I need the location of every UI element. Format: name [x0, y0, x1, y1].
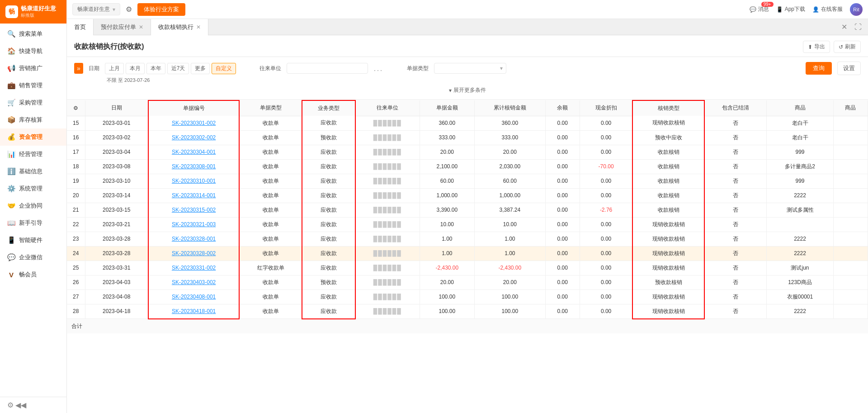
cell-balance: 0.00 — [545, 116, 580, 130]
sidebar-item-quicknav[interactable]: 🏠 快捷导航 — [0, 43, 66, 60]
sidebar-item-wechat[interactable]: 💬 企业微信 — [0, 249, 66, 266]
cell-include-settled: 否 — [704, 232, 767, 246]
cell-slip-no[interactable]: SK-20230314-001 — [148, 188, 239, 203]
filter-bar: » 日期 上月 本月 本年 近7天 更多 自定义 往来单位 ... 单据类型 — [67, 57, 868, 100]
cell-balance: 0.00 — [545, 145, 580, 159]
date-btn-this-year[interactable]: 本年 — [146, 63, 165, 74]
cell-slip-type: 收款单 — [239, 290, 302, 304]
th-settings[interactable]: ⚙ — [67, 100, 85, 116]
sidebar-item-hardware[interactable]: 📱 智能硬件 — [0, 232, 66, 249]
tab-home[interactable]: 首页 — [67, 19, 94, 35]
date-btn-more[interactable]: 更多 — [191, 63, 210, 74]
brand-dropdown-icon[interactable]: ▾ — [113, 6, 115, 13]
gear-icon[interactable]: ⚙ — [124, 3, 134, 15]
counterpart-input[interactable] — [287, 63, 368, 74]
collapse-icon[interactable]: ◀◀ — [15, 401, 26, 409]
tab-collection-close[interactable]: ✕ — [196, 24, 201, 30]
setting-button[interactable]: 设置 — [837, 62, 861, 75]
sidebar-item-sales[interactable]: 💼 销售管理 — [0, 77, 66, 94]
cell-slip-no[interactable]: SK-20230308-001 — [148, 159, 239, 174]
query-button[interactable]: 查询 — [806, 62, 832, 75]
solution-button[interactable]: 体验行业方案 — [137, 3, 185, 16]
cell-slip-no[interactable]: SK-20230328-002 — [148, 246, 239, 261]
th-goods: 商品 — [767, 100, 834, 116]
cell-goods: 123D商品 — [767, 275, 834, 290]
filter-date-btns: 上月 本月 本年 近7天 更多 自定义 — [105, 63, 236, 74]
cell-counterpart: ██████ — [355, 188, 420, 203]
date-label: 日期 — [89, 65, 99, 72]
slip-type-select[interactable] — [434, 63, 506, 74]
counterpart-label: 往来单位 — [259, 65, 281, 72]
cell-slip-no[interactable]: SK-20230418-001 — [148, 304, 239, 319]
cell-include-settled: 否 — [704, 261, 767, 275]
tab-advance[interactable]: 预付款应付单 ✕ — [94, 19, 151, 35]
settings-icon[interactable]: ⚙ — [7, 401, 14, 409]
cell-slip-no[interactable]: SK-20230331-002 — [148, 261, 239, 275]
cell-write-off-type: 现销收款核销 — [632, 232, 704, 246]
sidebar-nav: 🔍 搜索菜单 🏠 快捷导航 📢 营销推广 💼 销售管理 🛒 采购管理 📦 库存核… — [0, 24, 66, 397]
cell-goods2 — [833, 203, 868, 217]
sidebar-item-enterprise[interactable]: 🤝 企业协同 — [0, 197, 66, 214]
filter-dots: ... — [373, 64, 383, 73]
export-button[interactable]: ⬆ 导出 — [803, 41, 830, 53]
topbar-actions: 💬 消息 99+ 📱 App下载 👤 在线客服 Rit — [750, 3, 863, 16]
cell-idx: 16 — [67, 130, 85, 145]
cell-slip-no[interactable]: SK-20230304-001 — [148, 145, 239, 159]
cell-date: 2023-03-15 — [85, 203, 148, 217]
app-download-button[interactable]: 📱 App下载 — [776, 5, 805, 13]
table-row: 22 2023-03-21 SK-20230321-003 收款单 应收款 ██… — [67, 217, 868, 232]
date-btn-last-month[interactable]: 上月 — [105, 63, 124, 74]
cell-biz-type: 应收款 — [302, 261, 355, 275]
cell-balance: 0.00 — [545, 275, 580, 290]
cell-cash-discount: 0.00 — [580, 188, 632, 203]
sidebar-item-purchase[interactable]: 🛒 采购管理 — [0, 94, 66, 111]
cell-cash-discount: 0.00 — [580, 116, 632, 130]
cell-amount: 100.00 — [420, 304, 474, 319]
cell-biz-type: 应收款 — [302, 116, 355, 130]
message-button[interactable]: 💬 消息 99+ — [750, 5, 769, 13]
cell-amount: 1.00 — [420, 232, 474, 246]
sidebar-item-system[interactable]: ⚙️ 系统管理 — [0, 180, 66, 197]
sidebar-item-finance[interactable]: 💰 资金管理 — [0, 128, 66, 146]
sidebar-item-inventory[interactable]: 📦 库存核算 — [0, 111, 66, 128]
table-body: 15 2023-03-01 SK-20230301-002 收款单 应收款 ██… — [67, 116, 868, 319]
cell-counterpart: ██████ — [355, 203, 420, 217]
sidebar-item-guide[interactable]: 📖 新手引导 — [0, 214, 66, 232]
cell-goods2 — [833, 304, 868, 319]
cell-slip-no[interactable]: SK-20230328-001 — [148, 232, 239, 246]
tab-expand-button[interactable]: ⛶ — [852, 21, 864, 33]
sidebar-item-basic[interactable]: ℹ️ 基础信息 — [0, 163, 66, 180]
cell-slip-no[interactable]: SK-20230321-003 — [148, 217, 239, 232]
sidebar-item-operation[interactable]: 📊 经营管理 — [0, 146, 66, 163]
date-btn-7days[interactable]: 近7天 — [167, 63, 189, 74]
avatar[interactable]: Rit — [850, 3, 863, 16]
cell-cash-discount: 0.00 — [580, 174, 632, 188]
cell-include-settled: 否 — [704, 116, 767, 130]
tab-advance-close[interactable]: ✕ — [139, 24, 143, 30]
cell-slip-no[interactable]: SK-20230315-002 — [148, 203, 239, 217]
cell-counterpart: ██████ — [355, 130, 420, 145]
online-service-button[interactable]: 👤 在线客服 — [812, 5, 843, 13]
date-btn-this-month[interactable]: 本月 — [126, 63, 145, 74]
tab-close-all-button[interactable]: ✕ — [839, 21, 850, 33]
tab-collection[interactable]: 收款核销执行 ✕ — [151, 19, 208, 35]
sidebar-item-search[interactable]: 🔍 搜索菜单 — [0, 25, 66, 43]
cell-slip-no[interactable]: SK-20230403-002 — [148, 275, 239, 290]
th-write-off-type: 核销类型 — [632, 100, 704, 116]
cell-goods2 — [833, 217, 868, 232]
refresh-button[interactable]: ↺ 刷新 — [834, 41, 861, 53]
cell-slip-no[interactable]: SK-20230408-001 — [148, 290, 239, 304]
filter-collapse-btn[interactable]: » — [74, 63, 83, 74]
cell-goods: 999 — [767, 174, 834, 188]
cell-write-off: 60.00 — [474, 174, 545, 188]
expand-more-btn[interactable]: ▾ 展开更多条件 — [74, 84, 861, 95]
page-title: 收款核销执行(按收款) — [74, 42, 144, 52]
sidebar-item-marketing[interactable]: 📢 营销推广 — [0, 60, 66, 77]
sidebar-item-member[interactable]: V 畅会员 — [0, 266, 66, 283]
cell-slip-no[interactable]: SK-20230301-002 — [148, 116, 239, 130]
cell-cash-discount: -70.00 — [580, 159, 632, 174]
cell-slip-no[interactable]: SK-20230302-002 — [148, 130, 239, 145]
cell-goods: 2222 — [767, 188, 834, 203]
cell-slip-no[interactable]: SK-20230310-001 — [148, 174, 239, 188]
date-btn-custom[interactable]: 自定义 — [212, 63, 236, 74]
